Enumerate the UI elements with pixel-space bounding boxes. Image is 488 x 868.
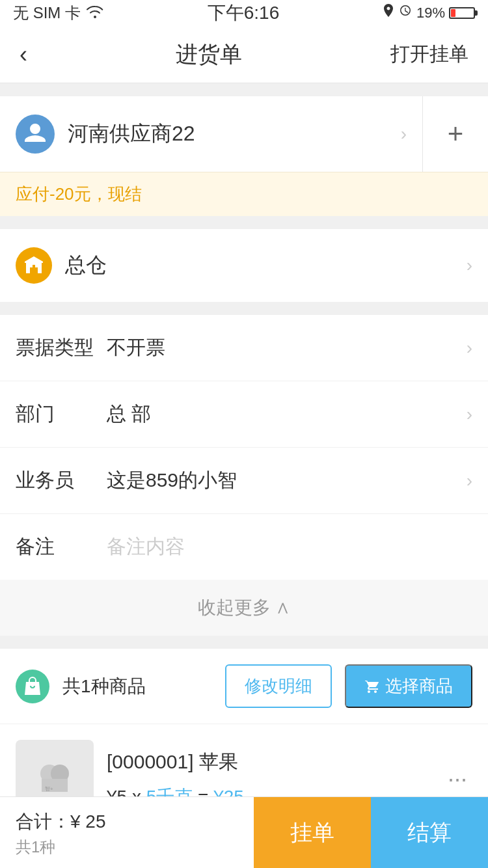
status-bar: 无 SIM 卡 下午6:16 19% — [0, 0, 488, 26]
product-name: [0000001] 苹果 — [107, 749, 429, 776]
bottom-bar: 合计：¥ 25 共1种 挂单 结算 — [0, 796, 488, 868]
total-amount: 合计：¥ 25 — [16, 807, 238, 834]
section-gap-3 — [0, 302, 488, 315]
section-gap-2 — [0, 216, 488, 229]
collapse-button[interactable]: 收起更多 ∧ — [0, 580, 488, 636]
salesperson-row[interactable]: 业务员 这是859的小智 › — [0, 448, 488, 514]
total-count: 共1种 — [16, 837, 238, 858]
warehouse-icon — [16, 247, 52, 284]
warehouse-selector[interactable]: 总仓 › — [0, 229, 488, 302]
back-button[interactable]: ‹ — [20, 41, 27, 68]
warehouse-name: 总仓 — [65, 251, 467, 280]
select-product-button[interactable]: 选择商品 — [345, 664, 472, 708]
product-code: [0000001] — [107, 751, 199, 772]
svg-text:智+: 智+ — [45, 786, 53, 792]
status-left: 无 SIM 卡 — [13, 3, 104, 23]
salesperson-label: 业务员 — [16, 467, 107, 494]
supplier-avatar — [16, 115, 55, 154]
invoice-type-chevron-icon: › — [467, 338, 472, 359]
department-row[interactable]: 部门 总 部 › — [0, 381, 488, 448]
info-text: 应付-20元，现结 — [16, 184, 142, 204]
salesperson-chevron-icon: › — [467, 470, 472, 491]
plus-icon: + — [448, 118, 464, 150]
remark-value: 备注内容 — [107, 534, 472, 560]
hang-button[interactable]: 挂单 — [254, 797, 371, 869]
section-gap-1 — [0, 83, 488, 96]
alarm-icon — [398, 4, 413, 22]
invoice-type-row[interactable]: 票据类型 不开票 › — [0, 315, 488, 381]
page-title: 进货单 — [176, 40, 242, 70]
department-chevron-icon: › — [467, 404, 472, 425]
battery-percentage: 19% — [416, 5, 445, 21]
total-value: ¥ 25 — [70, 811, 106, 832]
remark-label: 备注 — [16, 534, 107, 560]
supplier-add-button[interactable]: + — [423, 96, 488, 172]
form-section: 票据类型 不开票 › 部门 总 部 › 业务员 这是859的小智 › 备注 备注… — [0, 315, 488, 580]
info-banner: 应付-20元，现结 — [0, 172, 488, 216]
supplier-chevron-icon: › — [401, 124, 407, 144]
status-right: 19% — [383, 4, 475, 22]
select-product-label: 选择商品 — [385, 675, 453, 698]
product-menu-button[interactable]: ··· — [442, 765, 472, 793]
open-hang-button[interactable]: 打开挂单 — [390, 41, 468, 68]
supplier-section: 河南供应商22 › + — [0, 96, 488, 172]
collapse-label: 收起更多 ∧ — [198, 595, 291, 620]
department-label: 部门 — [16, 401, 107, 427]
products-count: 共1种商品 — [62, 674, 212, 699]
department-value: 总 部 — [107, 401, 467, 427]
supplier-name: 河南供应商22 — [68, 120, 401, 148]
salesperson-value: 这是859的小智 — [107, 467, 467, 494]
wifi-icon — [86, 4, 104, 22]
total-label: 合计： — [16, 811, 70, 832]
carrier-label: 无 SIM 卡 — [13, 3, 81, 23]
products-header: 共1种商品 修改明细 选择商品 — [0, 649, 488, 724]
nav-bar: ‹ 进货单 打开挂单 — [0, 26, 488, 83]
supplier-selector[interactable]: 河南供应商22 › — [0, 96, 423, 172]
products-icon — [16, 670, 49, 703]
battery-icon — [449, 7, 475, 19]
invoice-type-label: 票据类型 — [16, 334, 107, 361]
remark-row[interactable]: 备注 备注内容 — [0, 514, 488, 580]
total-section: 合计：¥ 25 共1种 — [0, 807, 254, 858]
location-icon — [383, 4, 394, 22]
invoice-type-value: 不开票 — [107, 334, 467, 361]
warehouse-chevron-icon: › — [467, 255, 472, 276]
checkout-button[interactable]: 结算 — [371, 797, 488, 869]
cart-icon — [364, 679, 380, 694]
edit-detail-button[interactable]: 修改明细 — [225, 664, 332, 708]
product-title: 苹果 — [199, 751, 238, 772]
status-time: 下午6:16 — [208, 1, 280, 25]
